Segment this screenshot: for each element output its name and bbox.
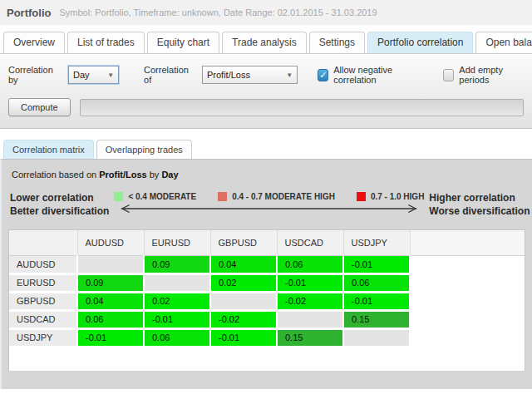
matrix-header-filler <box>410 230 525 255</box>
correlation-of-label: Correlation of <box>144 65 190 85</box>
matrix-cell-audusd-eurusd: 0.09 <box>144 255 210 273</box>
allow-negative-checkbox[interactable]: ✓ <box>318 69 328 81</box>
correlation-of-value: Profit/Loss <box>207 70 250 80</box>
matrix-cell-eurusd-usdcad: -0.01 <box>277 273 343 292</box>
tab-settings[interactable]: Settings <box>309 32 365 53</box>
matrix-cell-gbpusd-usdjpy: -0.01 <box>343 292 410 310</box>
matrix-cell-usdjpy-gbpusd: -0.01 <box>210 328 277 347</box>
matrix-cell-usdjpy-usdcad: 0.15 <box>277 328 343 347</box>
tab-portfolio-correlation[interactable]: Portfolio correlation <box>367 32 473 53</box>
matrix-row-label: EURUSD <box>9 273 77 292</box>
tab-list-of-trades[interactable]: List of trades <box>67 32 145 53</box>
matrix-cell-eurusd-usdjpy: 0.06 <box>343 273 410 292</box>
legend-swatch-icon <box>357 192 366 201</box>
correlation-legend: Lower correlation Better diversification… <box>10 191 524 218</box>
compute-button[interactable]: Compute <box>8 98 71 116</box>
legend-item-label: 0.7 - 1.0 HIGH <box>371 192 424 201</box>
matrix-column-header-audusd: AUDUSD <box>77 230 144 255</box>
matrix-row-usdjpy: USDJPY-0.010.06-0.010.15 <box>9 328 525 347</box>
page-subtitle: Symbol: Portfolio, Timeframe: unknown, D… <box>59 7 377 17</box>
matrix-cell-audusd-gbpusd: 0.04 <box>210 255 277 273</box>
chevron-down-icon: ▼ <box>286 71 293 79</box>
legend-items: < 0.4 MODERATE0.4 - 0.7 MODERATE HIGH0.7… <box>114 192 424 201</box>
based-on-text: Correlation based on Profit/Loss by Day <box>12 170 525 180</box>
tab-overview[interactable]: Overview <box>3 32 65 53</box>
tab-open-balances[interactable]: Open balances <box>475 32 532 53</box>
matrix-column-header-gbpusd: GBPUSD <box>210 230 277 255</box>
matrix-row-eurusd: EURUSD0.090.02-0.010.06 <box>9 273 525 292</box>
matrix-cell-usdjpy-eurusd: 0.06 <box>144 328 210 347</box>
matrix-cell-usdcad-gbpusd: -0.02 <box>210 310 277 328</box>
legend-left-text: Lower correlation Better diversification <box>10 191 109 218</box>
title-bar: Portfolio Symbol: Portfolio, Timeframe: … <box>0 0 532 25</box>
correlation-direction-arrow <box>114 203 424 214</box>
matrix-row-filler <box>410 255 525 273</box>
legend-swatch-icon <box>218 192 227 201</box>
main-tab-bar: OverviewList of tradesEquity chartTrade … <box>0 25 532 54</box>
based-on-period: Day <box>161 170 178 180</box>
matrix-row-gbpusd: GBPUSD0.040.02-0.02-0.01 <box>9 292 525 310</box>
compute-progress-bar <box>80 99 524 116</box>
matrix-cell-usdcad-usdjpy: 0.15 <box>343 310 410 328</box>
matrix-cell-gbpusd-usdcad: -0.02 <box>277 292 343 310</box>
matrix-row-label: USDJPY <box>9 328 77 347</box>
chevron-down-icon: ▼ <box>107 71 114 79</box>
matrix-cell-audusd-usdcad: 0.06 <box>277 255 343 273</box>
matrix-cell-gbpusd-eurusd: 0.02 <box>144 292 210 310</box>
correlation-of-select[interactable]: Profit/Loss ▼ <box>202 66 298 84</box>
matrix-cell-audusd-usdjpy: -0.01 <box>343 255 410 273</box>
matrix-cell-usdjpy-usdjpy <box>343 328 410 347</box>
matrix-cell-gbpusd-gbpusd <box>210 292 277 310</box>
matrix-cell-eurusd-gbpusd: 0.02 <box>210 273 277 292</box>
correlation-controls-panel: Correlation by Day ▼ Correlation of Prof… <box>0 54 532 129</box>
matrix-column-header-usdjpy: USDJPY <box>343 230 410 255</box>
legend-item-label: 0.4 - 0.7 MODERATE HIGH <box>232 192 335 201</box>
subtab-overlapping-trades[interactable]: Overlapping trades <box>96 140 192 159</box>
matrix-cell-usdjpy-audusd: -0.01 <box>77 328 144 347</box>
correlation-by-label: Correlation by <box>8 65 57 85</box>
matrix-row-audusd: AUDUSD0.090.040.06-0.01 <box>9 255 525 273</box>
matrix-cell-usdcad-audusd: 0.06 <box>77 310 144 328</box>
add-empty-periods-label: Add empty periods <box>459 65 524 85</box>
legend-right-text: Higher correlation Worse diversification <box>429 191 530 218</box>
matrix-cell-gbpusd-audusd: 0.04 <box>77 292 144 310</box>
legend-swatch-icon <box>114 192 123 201</box>
correlation-by-value: Day <box>73 70 90 80</box>
page-title: Portfolio <box>7 7 51 19</box>
correlation-matrix-table-container: AUDUSDEURUSDGBPUSDUSDCADUSDJPY AUDUSD0.0… <box>8 229 525 371</box>
matrix-row-filler <box>410 273 525 292</box>
matrix-row-label: GBPUSD <box>9 292 77 310</box>
matrix-row-label: USDCAD <box>9 310 77 328</box>
tab-trade-analysis[interactable]: Trade analysis <box>222 32 307 53</box>
correlation-matrix-table: AUDUSDEURUSDGBPUSDUSDCADUSDJPY AUDUSD0.0… <box>9 230 525 348</box>
add-empty-periods-checkbox[interactable] <box>443 69 454 81</box>
matrix-row-usdcad: USDCAD0.06-0.01-0.020.15 <box>9 310 525 328</box>
legend-item-label: < 0.4 MODERATE <box>128 192 196 201</box>
matrix-cell-usdcad-usdcad <box>277 310 343 328</box>
allow-negative-label: Allow negative correlation <box>333 65 421 85</box>
matrix-column-header-usdcad: USDCAD <box>277 230 343 255</box>
legend-item: < 0.4 MODERATE <box>114 192 196 201</box>
matrix-cell-usdcad-eurusd: -0.01 <box>144 310 210 328</box>
matrix-cell-eurusd-audusd: 0.09 <box>77 273 144 292</box>
matrix-cell-eurusd-eurusd <box>144 273 210 292</box>
matrix-row-filler <box>410 292 525 310</box>
matrix-row-label: AUDUSD <box>9 255 77 273</box>
subtab-correlation-matrix[interactable]: Correlation matrix <box>3 140 94 159</box>
based-on-metric: Profit/Loss <box>99 170 146 180</box>
matrix-row-filler <box>410 310 525 328</box>
legend-item: 0.7 - 1.0 HIGH <box>357 192 424 201</box>
correlation-by-select[interactable]: Day ▼ <box>68 66 119 84</box>
tab-equity-chart[interactable]: Equity chart <box>147 32 219 53</box>
correlation-matrix-panel: Correlation based on Profit/Loss by Day … <box>0 159 532 389</box>
matrix-row-filler <box>410 328 525 347</box>
matrix-column-header-eurusd: EURUSD <box>144 230 210 255</box>
matrix-corner-cell <box>9 230 77 255</box>
result-tab-bar: Correlation matrixOverlapping trades <box>0 129 532 159</box>
matrix-cell-audusd-audusd <box>77 255 144 273</box>
legend-item: 0.4 - 0.7 MODERATE HIGH <box>218 192 335 201</box>
